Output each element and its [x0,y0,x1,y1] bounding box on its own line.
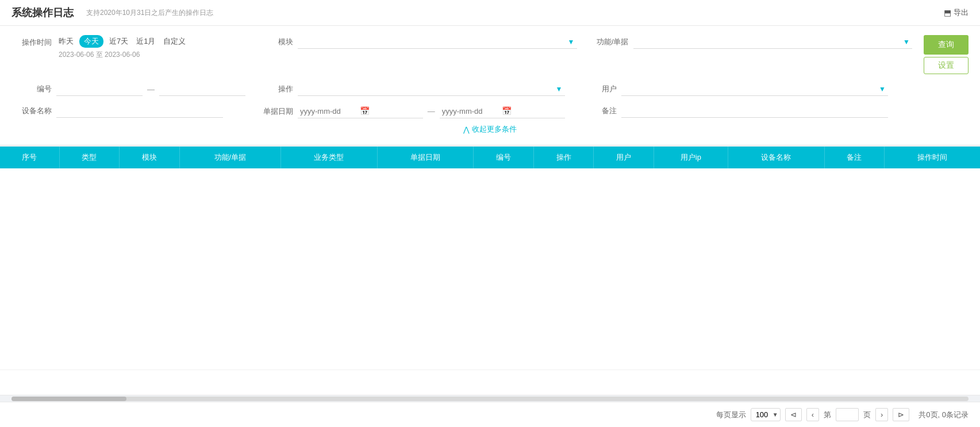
module-select[interactable] [298,35,577,49]
col-user: 用户 [594,147,654,168]
per-page-wrapper: 100 50 200 ▼ [751,408,781,421]
date-end-input[interactable] [442,107,499,116]
user-label: 用户 [577,84,617,94]
id-dash: — [147,85,155,94]
remark-label: 备注 [577,106,617,116]
col-function: 功能/单据 [179,147,280,168]
function-label: 功能/单据 [589,37,629,47]
collapse-button[interactable]: ⋀ 收起更多条件 [463,124,517,134]
calendar-end-icon[interactable]: 📅 [502,106,512,116]
time-btn-7days[interactable]: 近7天 [107,35,130,48]
col-voucher-date: 单据日期 [377,147,474,168]
id-input-start[interactable] [56,82,143,96]
scrollbar-track[interactable] [11,397,969,401]
query-button[interactable]: 查询 [924,35,969,55]
table-body [0,168,980,370]
time-btn-yesterday[interactable]: 昨天 [56,35,76,48]
col-remark: 备注 [824,147,884,168]
scrollbar-thumb[interactable] [11,397,126,401]
col-type: 类型 [59,147,119,168]
export-button[interactable]: ⬒ 导出 [944,7,969,18]
col-seq: 序号 [0,147,59,168]
data-table: 序号 类型 模块 功能/单据 业务类型 单据日期 编号 操作 用户 用户ip 设… [0,147,980,370]
col-operation: 操作 [533,147,593,168]
page-input[interactable]: 1 [836,408,859,421]
col-op-time: 操作时间 [884,147,980,168]
time-btn-custom[interactable]: 自定义 [161,35,188,48]
table-header: 序号 类型 模块 功能/单据 业务类型 单据日期 编号 操作 用户 用户ip 设… [0,147,980,168]
scrollbar-area[interactable] [0,395,980,402]
operation-label: 操作 [253,84,293,94]
col-biz-type: 业务类型 [281,147,378,168]
filter-area: 操作时间 昨天 今天 近7天 近1月 自定义 2023-06-06 至 2023… [0,26,980,145]
next-page-button[interactable]: › [875,408,888,421]
pagination-bar: 每页显示 100 50 200 ▼ ⊲ ‹ 第 1 页 › ⊳ 共0页, 0条记… [0,402,980,427]
per-page-label: 每页显示 [716,410,746,420]
empty-cell [0,168,980,370]
page-unit: 页 [863,410,871,420]
voucher-date-label: 单据日期 [253,106,293,117]
prev-page-button[interactable]: ‹ [806,408,819,421]
time-btn-1month[interactable]: 近1月 [134,35,157,48]
settings-button[interactable]: 设置 [924,57,969,74]
first-page-button[interactable]: ⊲ [785,408,802,421]
table-wrapper: 序号 类型 模块 功能/单据 业务类型 单据日期 编号 操作 用户 用户ip 设… [0,147,980,395]
col-device: 设备名称 [728,147,824,168]
page-title: 系统操作日志 [11,6,74,20]
date-dash: — [428,107,435,116]
id-input-end[interactable] [159,82,245,96]
date-start-input[interactable] [300,107,358,116]
total-info: 共0页, 0条记录 [918,410,969,420]
col-id: 编号 [474,147,533,168]
page-header: 系统操作日志 支持2020年10月31日之后产生的操作日志 ⬒ 导出 [0,0,980,26]
time-range: 2023-06-06 至 2023-06-06 [59,50,188,60]
calendar-start-icon[interactable]: 📅 [360,106,370,116]
per-page-select[interactable]: 100 50 200 [751,408,781,421]
operation-select[interactable] [298,82,565,96]
time-label: 操作时间 [11,35,52,48]
page-subtitle: 支持2020年10月31日之后产生的操作日志 [86,8,213,18]
time-btn-today[interactable]: 今天 [79,35,103,48]
collapse-row: ⋀ 收起更多条件 [11,121,969,139]
last-page-button[interactable]: ⊳ [893,408,909,421]
user-select[interactable] [621,82,889,96]
module-label: 模块 [253,37,293,47]
export-icon: ⬒ [944,8,951,17]
remark-input[interactable] [621,104,889,118]
function-select[interactable] [633,35,913,49]
col-module: 模块 [120,147,179,168]
col-user-ip: 用户ip [654,147,728,168]
id-label: 编号 [11,84,52,94]
device-input[interactable] [56,104,223,118]
device-label: 设备名称 [11,106,52,116]
page-label: 第 [824,410,831,420]
collapse-icon: ⋀ [463,125,470,134]
